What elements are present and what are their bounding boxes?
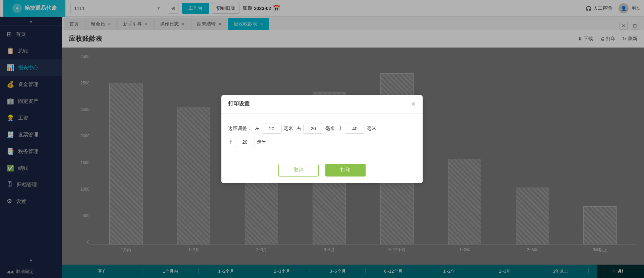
modal-header: 打印设置 ✕ bbox=[221, 95, 423, 114]
margin-label: 边距调整： bbox=[228, 126, 252, 132]
left-unit: 毫米 bbox=[284, 126, 293, 132]
bottom-label: 下 bbox=[228, 139, 233, 145]
right-margin-input[interactable] bbox=[303, 124, 323, 134]
modal-title: 打印设置 bbox=[228, 100, 250, 108]
modal-overlay: 打印设置 ✕ 边距调整： 左 毫米 右 毫米 上 毫米 bbox=[0, 0, 644, 278]
top-label: 上 bbox=[338, 126, 343, 132]
right-label: 右 bbox=[297, 126, 301, 132]
cancel-button[interactable]: 取消 bbox=[278, 164, 319, 177]
top-margin-input[interactable] bbox=[345, 124, 365, 134]
bottom-margin-input[interactable] bbox=[235, 137, 255, 147]
confirm-print-button[interactable]: 打印 bbox=[325, 164, 366, 177]
modal-body: 边距调整： 左 毫米 右 毫米 上 毫米 下 bbox=[221, 114, 423, 157]
top-unit: 毫米 bbox=[367, 126, 376, 132]
left-label: 左 bbox=[255, 126, 260, 132]
modal-close-button[interactable]: ✕ bbox=[411, 100, 416, 108]
right-unit: 毫米 bbox=[325, 126, 335, 132]
bottom-unit: 毫米 bbox=[257, 139, 266, 145]
left-margin-input[interactable] bbox=[262, 124, 282, 134]
print-dialog: 打印设置 ✕ 边距调整： 左 毫米 右 毫米 上 毫米 bbox=[221, 95, 423, 183]
modal-footer: 取消 打印 bbox=[221, 157, 423, 183]
